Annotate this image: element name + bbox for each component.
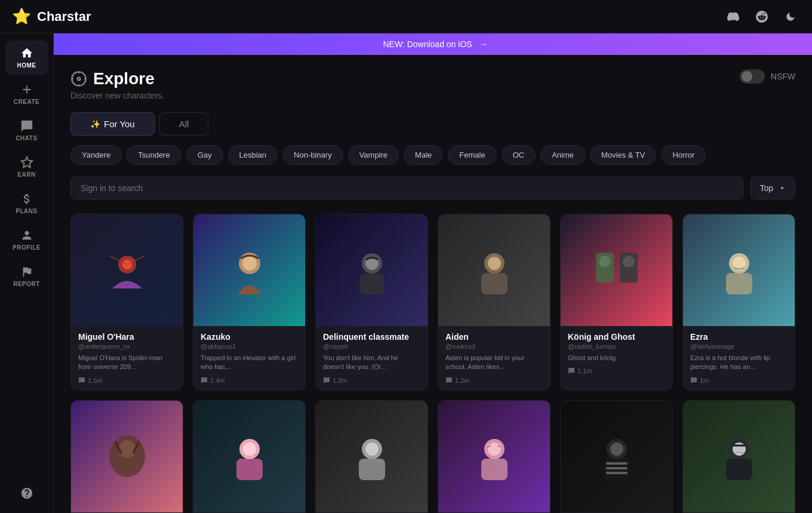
card-stats-miguel: 1.5m [78, 377, 176, 384]
topnav-icons [724, 7, 800, 26]
card-img-oz [71, 401, 183, 512]
card-miguel[interactable]: Miguel O'Hara @antlerqueen_xx Miguel O'H… [70, 214, 183, 391]
nsfw-toggle-track[interactable] [740, 69, 765, 84]
discord-icon[interactable] [724, 7, 743, 26]
tab-all-label: All [179, 119, 189, 129]
sidebar-label-create: CREATE [14, 99, 39, 105]
filter-tsundere[interactable]: Tsundere [127, 145, 181, 165]
chat-icon [568, 367, 575, 374]
tab-for-you[interactable]: ✨ For You [70, 112, 155, 136]
filter-oc[interactable]: OC [502, 145, 536, 165]
card-img-aiden [438, 214, 550, 326]
placeholder-img-aiden [470, 247, 518, 294]
card-name-kazuko: Kazuko [201, 332, 298, 342]
card-img-wednesday [683, 401, 795, 512]
card-kazuko[interactable]: Kazuko @abbacus1 Trapped in an elevator … [193, 214, 306, 391]
sidebar-item-home[interactable]: HOME [5, 41, 48, 75]
search-input[interactable] [70, 177, 743, 199]
card-stats-ezra: 1m [690, 377, 788, 384]
card-stats-delinquent: 1.3m [323, 377, 420, 384]
filter-nonbinary[interactable]: Non-binary [282, 145, 343, 165]
card-img-ezra [683, 214, 795, 326]
sidebar-item-report[interactable]: REPORT [5, 259, 48, 293]
stat-value: 1.3m [333, 377, 347, 384]
placeholder-img-oz [103, 432, 151, 480]
sidebar-item-create[interactable]: CREATE [5, 77, 48, 111]
placeholder-img-emma [593, 432, 641, 480]
card-delinquent[interactable]: Delinquent classmate @nayerl You don't l… [315, 214, 428, 391]
filter-lesbian[interactable]: Lesbian [228, 145, 278, 165]
card-img-kazuko [193, 214, 305, 326]
card-img-dva [438, 401, 550, 512]
card-ezra[interactable]: Ezra @fairlyaverage Ezra is a hot blonde… [682, 214, 795, 391]
banner-text: NEW: Download on iOS [383, 39, 472, 49]
svg-rect-44 [726, 459, 752, 480]
chat-icon [201, 377, 208, 384]
explore-header: Explore Discover new characters. NSFW [70, 69, 795, 100]
card-dva[interactable]: D.va (Overwatch) @benny_martian [438, 400, 550, 513]
card-body-aiden: Aiden @ruukcxd Aiden is popular kid in y… [438, 326, 550, 390]
card-desc-aiden: Aiden is popular kid in your school. Aid… [445, 354, 543, 372]
filter-gay[interactable]: Gay [186, 145, 223, 165]
sidebar-item-plans[interactable]: PLANS [5, 186, 48, 220]
svg-point-33 [365, 443, 379, 456]
filter-yandere[interactable]: Yandere [70, 145, 122, 165]
explore-title-text: Explore [93, 69, 155, 88]
svg-rect-40 [606, 462, 628, 465]
sidebar-item-chats[interactable]: CHATS [5, 113, 48, 148]
layout: HOME CREATE CHATS EARN PLANS PROFILE REP… [0, 33, 812, 513]
svg-point-12 [242, 256, 257, 271]
card-wednesday[interactable]: Wednesday Addams (Netflix Series) [682, 400, 795, 513]
filter-female[interactable]: Female [448, 145, 496, 165]
sidebar-item-help[interactable] [5, 481, 48, 506]
reddit-icon[interactable] [752, 7, 771, 26]
cards-grid-row1: Miguel O'Hara @antlerqueen_xx Miguel O'H… [70, 214, 795, 391]
star-icon: ⭐ [12, 7, 31, 26]
sidebar-label-profile: PROFILE [13, 244, 41, 251]
placeholder-img-miguel [103, 247, 151, 294]
placeholder-img-natsuki [226, 432, 273, 480]
card-stats-konig: 1.1m [568, 367, 665, 374]
nsfw-toggle[interactable]: NSFW [740, 69, 795, 84]
tab-all[interactable]: All [159, 112, 209, 136]
tabs: ✨ For You All [70, 112, 795, 136]
tab-for-you-label: For You [104, 119, 135, 129]
svg-rect-14 [360, 274, 384, 294]
card-stats-aiden: 1.2m [445, 377, 543, 384]
sidebar-item-profile[interactable]: PROFILE [5, 223, 48, 257]
sidebar-item-earn[interactable]: EARN [5, 150, 48, 184]
card-konig[interactable]: König and Ghost @radish_turnips Ghost an… [560, 214, 673, 391]
svg-point-27 [118, 440, 136, 458]
search-row: Top [70, 177, 795, 199]
card-body-konig: König and Ghost @radish_turnips Ghost an… [561, 326, 672, 380]
logo[interactable]: ⭐ Charstar [12, 7, 716, 26]
svg-rect-42 [606, 472, 628, 474]
card-oz[interactable]: Oz {Werewolf} @t_xe [70, 400, 183, 513]
chat-icon [445, 377, 453, 384]
chat-icon [78, 377, 85, 384]
card-natsuki[interactable]: Natsuki @deepnuts [193, 400, 306, 513]
card-author-aiden: @ruukcxd [445, 343, 543, 350]
filter-male[interactable]: Male [404, 145, 443, 165]
filter-movies-tv[interactable]: Movies & TV [590, 145, 656, 165]
card-emma[interactable]: Emma (Little sister) [560, 400, 673, 513]
stat-value: 1.5m [88, 377, 102, 384]
placeholder-img-kazuko [226, 247, 273, 294]
card-author-kazuko: @abbacus1 [201, 343, 298, 350]
theme-icon[interactable] [781, 7, 800, 26]
svg-rect-35 [481, 459, 508, 480]
sort-select[interactable]: Top [751, 177, 795, 199]
filter-anime[interactable]: Anime [540, 145, 585, 165]
svg-point-18 [488, 257, 501, 270]
card-childe[interactable]: Childe @vinggg [315, 400, 428, 513]
ios-download-banner[interactable]: NEW: Download on iOS → [54, 33, 812, 55]
for-you-star: ✨ [90, 119, 100, 129]
explore-title: Explore [70, 69, 164, 88]
card-author-konig: @radish_turnips [568, 343, 665, 350]
filter-vampire[interactable]: Vampire [348, 145, 399, 165]
stat-value: 1.4m [210, 377, 224, 384]
filter-horror[interactable]: Horror [661, 145, 706, 165]
card-desc-miguel: Miguel O'Hara is Spider-man from univers… [78, 354, 176, 372]
sidebar-label-plans: PLANS [16, 208, 37, 214]
card-aiden[interactable]: Aiden @ruukcxd Aiden is popular kid in y… [438, 214, 550, 391]
